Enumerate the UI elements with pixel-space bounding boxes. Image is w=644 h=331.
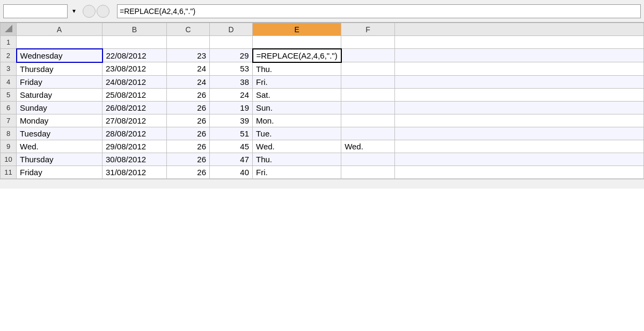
cell-e11[interactable]: Fri. (253, 166, 341, 178)
cell-c8[interactable]: 26 (167, 127, 210, 140)
cell-a3[interactable]: Thursday (17, 62, 103, 76)
cell-f9[interactable]: Wed. (341, 140, 395, 153)
cell-b2[interactable]: 22/08/2012 (103, 49, 167, 62)
cell-d7[interactable]: 39 (210, 114, 253, 127)
cell-b3[interactable]: 23/08/2012 (103, 62, 167, 76)
cell-e6[interactable]: Sun. (253, 101, 341, 114)
row-header-11[interactable]: 11 (1, 166, 17, 178)
cell-b11[interactable]: 31/08/2012 (103, 166, 167, 178)
cell-c10[interactable]: 26 (167, 153, 210, 166)
row-header-6[interactable]: 6 (1, 101, 17, 114)
cell-d2[interactable]: 29 (210, 49, 253, 62)
table-row: 5Saturday25/08/20122624Sat. (1, 88, 644, 101)
cell-b1[interactable] (103, 36, 167, 49)
table-row: 3Thursday23/08/20122453Thu. (1, 62, 644, 76)
row-header-4[interactable]: 4 (1, 75, 17, 88)
cell-d8[interactable]: 51 (210, 127, 253, 140)
formula-input[interactable] (117, 4, 641, 18)
cell-b10[interactable]: 30/08/2012 (103, 153, 167, 166)
cell-e7[interactable]: Mon. (253, 114, 341, 127)
table-row: 9Wed.29/08/20122645Wed.Wed. (1, 140, 644, 153)
row-header-10[interactable]: 10 (1, 153, 17, 166)
table-row: 2Wednesday22/08/20122329=REPLACE(A2,4,6,… (1, 49, 644, 62)
cell-b5[interactable]: 25/08/2012 (103, 88, 167, 101)
cell-a5[interactable]: Saturday (17, 88, 103, 101)
cell-b6[interactable]: 26/08/2012 (103, 101, 167, 114)
cell-d3[interactable]: 53 (210, 62, 253, 76)
col-header-c[interactable]: C (167, 23, 210, 36)
cell-e3[interactable]: Thu. (253, 62, 341, 76)
col-header-extra (395, 23, 644, 36)
cell-d4[interactable]: 38 (210, 75, 253, 88)
cell-c3[interactable]: 24 (167, 62, 210, 76)
cell-f2[interactable] (341, 49, 395, 62)
cell-e5[interactable]: Sat. (253, 88, 341, 101)
confirm-button[interactable] (97, 5, 109, 18)
row-header-3[interactable]: 3 (1, 62, 17, 76)
cell-e4[interactable]: Fri. (253, 75, 341, 88)
cell-b8[interactable]: 28/08/2012 (103, 127, 167, 140)
cancel-button[interactable] (83, 5, 96, 18)
cell-a4[interactable]: Friday (17, 75, 103, 88)
row-header-9[interactable]: 9 (1, 140, 17, 153)
cell-e8[interactable]: Tue. (253, 127, 341, 140)
cell-c11[interactable]: 26 (167, 166, 210, 178)
cell-d10[interactable]: 47 (210, 153, 253, 166)
col-header-e[interactable]: E (253, 23, 341, 36)
cell-c4[interactable]: 24 (167, 75, 210, 88)
cell-f6[interactable] (341, 101, 395, 114)
cell-a7[interactable]: Monday (17, 114, 103, 127)
formula-icons (83, 5, 109, 18)
row-header-1[interactable]: 1 (1, 36, 17, 49)
cell-a8[interactable]: Tuesday (17, 127, 103, 140)
cell-b4[interactable]: 24/08/2012 (103, 75, 167, 88)
cell-d5[interactable]: 24 (210, 88, 253, 101)
cell-c5[interactable]: 26 (167, 88, 210, 101)
cell-d11[interactable]: 40 (210, 166, 253, 178)
cell-e2[interactable]: =REPLACE(A2,4,6,".") (253, 49, 341, 62)
row-header-7[interactable]: 7 (1, 114, 17, 127)
cell-a10[interactable]: Thursday (17, 153, 103, 166)
bottom-bar (0, 179, 644, 189)
cell-b9[interactable]: 29/08/2012 (103, 140, 167, 153)
col-header-d[interactable]: D (210, 23, 253, 36)
cell-e9[interactable]: Wed. (253, 140, 341, 153)
cell-extra (395, 101, 644, 114)
cell-f8[interactable] (341, 127, 395, 140)
cell-a2[interactable]: Wednesday (17, 49, 103, 62)
cell-f4[interactable] (341, 75, 395, 88)
cell-e10[interactable]: Thu. (253, 153, 341, 166)
col-header-b[interactable]: B (103, 23, 167, 36)
cell-d1[interactable] (210, 36, 253, 49)
cell-c9[interactable]: 26 (167, 140, 210, 153)
table-row: 10Thursday30/08/20122647Thu. (1, 153, 644, 166)
cell-c7[interactable]: 26 (167, 114, 210, 127)
cell-b7[interactable]: 27/08/2012 (103, 114, 167, 127)
cell-a9[interactable]: Wed. (17, 140, 103, 153)
cell-f11[interactable] (341, 166, 395, 178)
col-header-f[interactable]: F (341, 23, 395, 36)
cell-c2[interactable]: 23 (167, 49, 210, 62)
table-row: 4Friday24/08/20122438Fri. (1, 75, 644, 88)
cell-d9[interactable]: 45 (210, 140, 253, 153)
cell-a1[interactable] (17, 36, 103, 49)
cell-c1[interactable] (167, 36, 210, 49)
row-header-2[interactable]: 2 (1, 49, 17, 62)
row-header-5[interactable]: 5 (1, 88, 17, 101)
name-box-dropdown[interactable]: ▼ (70, 4, 78, 18)
cell-f7[interactable] (341, 114, 395, 127)
cell-d6[interactable]: 19 (210, 101, 253, 114)
cell-a6[interactable]: Sunday (17, 101, 103, 114)
cell-f5[interactable] (341, 88, 395, 101)
cell-f3[interactable] (341, 62, 395, 76)
cell-c6[interactable]: 26 (167, 101, 210, 114)
cell-a11[interactable]: Friday (17, 166, 103, 178)
row-header-8[interactable]: 8 (1, 127, 17, 140)
name-box[interactable] (3, 4, 68, 18)
cell-f10[interactable] (341, 153, 395, 166)
cell-e1[interactable] (253, 36, 341, 49)
cell-extra (395, 62, 644, 76)
cell-f1[interactable] (341, 36, 395, 49)
col-header-a[interactable]: A (17, 23, 103, 36)
table-row: 11Friday31/08/20122640Fri. (1, 166, 644, 178)
